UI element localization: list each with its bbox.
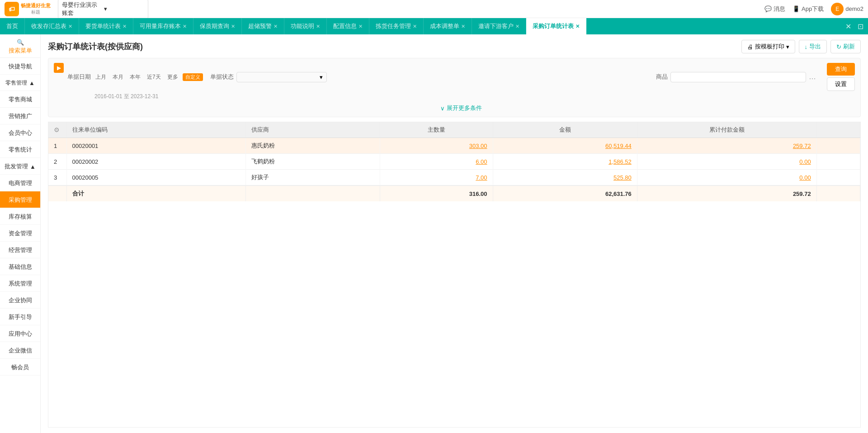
nav-tabs-right: ✕ ⊡	[843, 21, 868, 32]
expand-label: 展开更多条件	[447, 104, 482, 112]
tab-close-gongneng[interactable]: ✕	[316, 24, 320, 29]
sidebar-item-retail-stats[interactable]: 零售统计	[0, 141, 40, 158]
row-paid[interactable]: 0.00	[637, 170, 816, 186]
tab-close-jianhuo[interactable]: ✕	[413, 24, 417, 29]
tab-gongneng[interactable]: 功能说明 ✕	[284, 18, 327, 34]
sidebar-search-label: 搜索菜单	[9, 47, 32, 55]
footer-amount: 62,631.76	[493, 186, 637, 201]
row-quantity[interactable]: 303.00	[380, 138, 493, 154]
sidebar-finance-label: 资金管理	[9, 229, 32, 238]
tab-caigou-active[interactable]: 采购订单统计表 ✕	[526, 18, 586, 34]
tab-shoufacun[interactable]: 收发存汇总表 ✕	[25, 18, 79, 34]
tab-chengben[interactable]: 成本调整单 ✕	[424, 18, 472, 34]
filter-expand-arrow[interactable]: ▶	[54, 63, 64, 73]
filter-main: 单据日期 上月 本月 本年 近7天 更多 自定义 单据状态	[67, 63, 855, 112]
row-amount[interactable]: 525.80	[493, 170, 637, 186]
row-quantity[interactable]: 6.00	[380, 154, 493, 170]
filter-7days[interactable]: 近7天	[145, 72, 163, 82]
sidebar-item-system[interactable]: 系统管理	[0, 275, 40, 292]
sidebar-item-wholesale[interactable]: 批发管理 ▲	[0, 158, 40, 175]
close-tab-btn[interactable]: ✕	[843, 21, 854, 32]
tab-close-yaohuo[interactable]: ✕	[123, 24, 127, 29]
tab-chaochu[interactable]: 超储预警 ✕	[242, 18, 284, 34]
status-filter-label: 单据状态	[210, 73, 234, 81]
user-name: demo2	[845, 5, 863, 12]
user-profile[interactable]: E demo2	[831, 3, 863, 15]
sidebar-search[interactable]: 🔍 搜索菜单	[0, 34, 40, 58]
tab-close-yaoqing[interactable]: ✕	[515, 24, 519, 29]
settings-btn[interactable]: 设置	[827, 77, 855, 91]
sidebar-item-collaboration[interactable]: 企业协同	[0, 292, 40, 309]
tab-baozhi[interactable]: 保质期查询 ✕	[193, 18, 242, 34]
status-dropdown-icon: ▾	[320, 74, 323, 81]
query-btn[interactable]: 查询	[827, 63, 855, 76]
row-amount[interactable]: 60,519.44	[493, 138, 637, 154]
sidebar-item-quick-nav[interactable]: 快捷导航	[0, 58, 40, 75]
tab-close-baozhi[interactable]: ✕	[231, 24, 235, 29]
tab-keyong[interactable]: 可用量库存账本 ✕	[133, 18, 193, 34]
main-layout: 🔍 搜索菜单 快捷导航 零售管理 ▲ 零售商城 营销推广 会员中心 零售统计 批…	[0, 34, 868, 433]
maximize-tab-btn[interactable]: ⊡	[855, 21, 866, 32]
custom-date-badge[interactable]: 自定义	[183, 73, 203, 81]
row-quantity[interactable]: 7.00	[380, 170, 493, 186]
tab-close-keyong[interactable]: ✕	[183, 24, 187, 29]
filter-last-month[interactable]: 上月	[94, 72, 108, 82]
sidebar-collaboration-label: 企业协同	[9, 296, 32, 305]
filter-more[interactable]: 更多	[165, 72, 180, 82]
col-settings[interactable]: ⚙	[48, 122, 66, 138]
tab-yaohuo[interactable]: 要货单统计表 ✕	[79, 18, 133, 34]
row-index: 2	[48, 154, 66, 170]
sidebar-item-finance[interactable]: 资金管理	[0, 225, 40, 242]
sidebar-item-member[interactable]: 会员中心	[0, 124, 40, 141]
sidebar-item-marketing[interactable]: 营销推广	[0, 108, 40, 124]
sidebar-item-app-center[interactable]: 应用中心	[0, 325, 40, 342]
message-btn[interactable]: 💬 消息	[764, 5, 785, 13]
tab-close-peizhi[interactable]: ✕	[359, 24, 363, 29]
app-download-btn[interactable]: 📱 App下载	[793, 5, 824, 13]
row-index: 3	[48, 170, 66, 186]
sidebar: 🔍 搜索菜单 快捷导航 零售管理 ▲ 零售商城 营销推广 会员中心 零售统计 批…	[0, 34, 41, 433]
sidebar-item-wechat[interactable]: 企业微信	[0, 342, 40, 359]
logo-area: 🏷 畅捷通好生意 标题	[5, 2, 51, 16]
tab-home[interactable]: 首页	[0, 18, 25, 34]
sidebar-item-retail-mgmt[interactable]: 零售管理 ▲	[0, 75, 40, 91]
tab-close-chengben[interactable]: ✕	[461, 24, 465, 29]
sidebar-retail-label: 零售管理	[5, 79, 27, 87]
sidebar-marketing-label: 营销推广	[9, 112, 32, 120]
sidebar-item-inventory[interactable]: 库存核算	[0, 208, 40, 225]
tab-jianhuo[interactable]: 拣货任务管理 ✕	[369, 18, 424, 34]
sidebar-item-guide[interactable]: 新手引导	[0, 309, 40, 325]
sidebar-item-retail-shop[interactable]: 零售商城	[0, 91, 40, 108]
sidebar-item-vip[interactable]: 畅会员	[0, 359, 40, 376]
tab-yaoqing[interactable]: 邀请下游客户 ✕	[472, 18, 526, 34]
print-icon: 🖨	[747, 43, 753, 50]
goods-filter-input[interactable]	[670, 72, 806, 82]
filter-this-year[interactable]: 本年	[128, 72, 142, 82]
expand-more-btn[interactable]: ∨ 展开更多条件	[440, 104, 482, 112]
row-paid[interactable]: 0.00	[637, 154, 816, 170]
row-amount[interactable]: 1,586.52	[493, 154, 637, 170]
footer-empty	[48, 186, 66, 201]
sidebar-item-purchase[interactable]: 采购管理	[0, 191, 40, 208]
page-header: 采购订单统计表(按供应商) 🖨 按模板打印 ▾ ↓ 导出 ↻ 刷新	[48, 40, 861, 53]
sidebar-item-basic[interactable]: 基础信息	[0, 258, 40, 275]
tab-close-chaochu[interactable]: ✕	[274, 24, 278, 29]
row-paid[interactable]: 259.72	[637, 138, 816, 154]
filter-goods-group: 商品 …	[656, 72, 816, 82]
sidebar-item-ecommerce[interactable]: 电商管理	[0, 175, 40, 191]
filter-this-month[interactable]: 本月	[111, 72, 125, 82]
export-btn[interactable]: ↓ 导出	[799, 40, 827, 53]
sidebar-app-center-label: 应用中心	[9, 330, 32, 338]
sidebar-ecommerce-label: 电商管理	[9, 179, 32, 187]
tab-peizhi[interactable]: 配置信息 ✕	[327, 18, 369, 34]
goods-filter-more-icon[interactable]: …	[809, 73, 816, 81]
tab-close-shoufacun[interactable]: ✕	[68, 24, 72, 29]
sidebar-item-operations[interactable]: 经营管理	[0, 242, 40, 258]
refresh-btn[interactable]: ↻ 刷新	[830, 40, 861, 53]
row-supplier: 飞鹤奶粉	[246, 154, 380, 170]
top-right: 💬 消息 📱 App下载 E demo2	[764, 3, 863, 15]
company-selector[interactable]: 母婴行业演示账套 ▾	[58, 0, 148, 19]
tab-close-caigou[interactable]: ✕	[576, 24, 580, 29]
filter-status-select[interactable]: ▾	[236, 72, 327, 82]
template-print-btn[interactable]: 🖨 按模板打印 ▾	[741, 40, 795, 53]
